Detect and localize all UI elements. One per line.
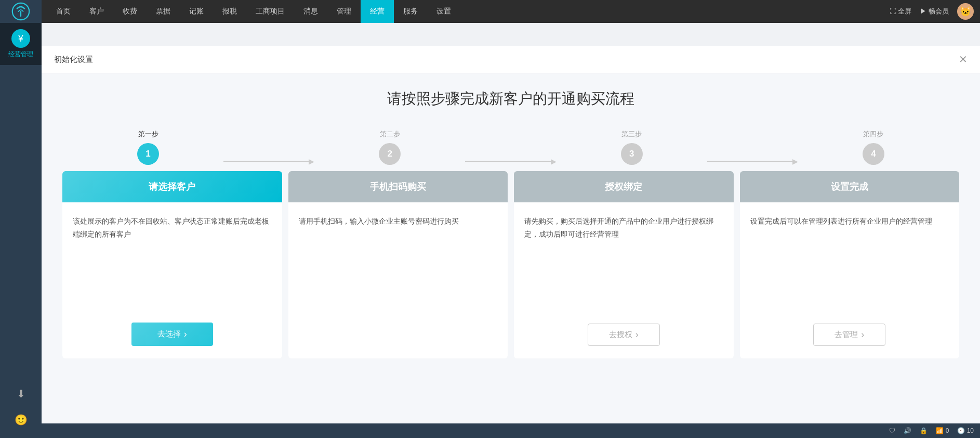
line-1-2 — [223, 161, 309, 162]
card-step-2: 手机扫码购买 请用手机扫码，输入小微企业主账号密码进行购买 — [288, 171, 508, 358]
nav-bizproject[interactable]: 工商项目 — [246, 0, 294, 23]
nav-service[interactable]: 服务 — [394, 0, 427, 23]
steps-indicator: 第一步 1 ▶ 第二步 2 ▶ — [62, 130, 959, 165]
step-3-bubble: 3 — [621, 143, 643, 165]
step-2-bubble: 2 — [379, 143, 401, 165]
step-4-bubble: 4 — [863, 143, 884, 165]
card-2-header: 手机扫码购买 — [288, 171, 508, 202]
card-2-footer — [288, 338, 508, 358]
fullscreen-btn[interactable]: ⛶ 全屏 — [890, 7, 912, 16]
nav-account[interactable]: 记账 — [180, 0, 213, 23]
nav-fee[interactable]: 收费 — [113, 0, 147, 23]
card-2-title: 手机扫码购买 — [370, 182, 426, 192]
step-3-col: 第三步 3 — [557, 130, 707, 165]
sidebar-item-jingying[interactable]: ¥ 经营管理 — [0, 23, 42, 65]
card-2-body: 请用手机扫码，输入小微企业主账号密码进行购买 — [288, 202, 508, 338]
card-1-footer: 去选择 › — [62, 314, 282, 358]
step-1-col: 第一步 1 — [73, 130, 223, 165]
statusbar-right: 🛡 🔊 🔒 📶 0 🕙 10 — [889, 427, 974, 434]
step-4-label: 第四步 — [863, 130, 883, 139]
card-1-body: 该处展示的客户为不在回收站、客户状态正常建账后完成老板端绑定的所有客户 — [62, 202, 282, 314]
page-header: 初始化设置 ✕ — [42, 46, 980, 73]
card-1-title: 请选择客户 — [149, 182, 195, 192]
card-step-3: 授权绑定 请先购买，购买后选择开通的产品中的企业用户进行授权绑定，成功后即可进行… — [514, 171, 734, 358]
step-1-bubble: 1 — [137, 143, 159, 165]
connector-2-3: ▶ — [465, 132, 556, 165]
card-3-header: 授权绑定 — [514, 171, 734, 202]
card-4-title: 设置完成 — [831, 182, 868, 192]
arrow-2-3: ▶ — [551, 158, 557, 165]
go-select-arrow: › — [184, 329, 187, 340]
main-content: 初始化设置 ✕ 请按照步骤完成新客户的开通购买流程 第一步 1 ▶ 第二步 2 — [42, 46, 980, 438]
go-manage-button[interactable]: 去管理 › — [813, 324, 885, 346]
close-button[interactable]: ✕ — [959, 54, 968, 65]
nav-home[interactable]: 首页 — [47, 0, 80, 23]
avatar[interactable]: 🐱 — [957, 3, 974, 20]
nav-message[interactable]: 消息 — [294, 0, 327, 23]
clock-status: 🕙 10 — [957, 427, 974, 434]
connector-3-4: ▶ — [707, 132, 798, 165]
line-2-3 — [465, 161, 550, 162]
nav-manage[interactable]: 管理 — [327, 0, 361, 23]
sidebar-download-btn[interactable]: ⬇ — [0, 381, 42, 407]
sidebar-support-btn[interactable]: 🙂 — [0, 407, 42, 433]
step-2-col: 第二步 2 — [314, 130, 465, 165]
card-4-footer: 去管理 › — [740, 315, 960, 358]
main-heading: 请按照步骤完成新客户的开通购买流程 — [62, 89, 959, 109]
card-3-title: 授权绑定 — [605, 182, 642, 192]
nav-tax[interactable]: 报税 — [213, 0, 246, 23]
page-title: 初始化设置 — [54, 55, 93, 65]
card-4-body: 设置完成后可以在管理列表进行所有企业用户的经营管理 — [740, 202, 960, 315]
top-nav: 首页 客户 收费 票据 记账 报税 工商项目 消息 管理 经营 服务 设置 ⛶ … — [0, 0, 980, 23]
content-area: 请按照步骤完成新客户的开通购买流程 第一步 1 ▶ 第二步 2 — [42, 73, 980, 374]
go-manage-arrow: › — [861, 329, 864, 340]
vip-btn[interactable]: ▶ 畅会员 — [920, 7, 949, 16]
line-3-4 — [707, 161, 792, 162]
step-3-label: 第三步 — [621, 130, 642, 139]
step-4-col: 第四步 4 — [798, 130, 949, 165]
statusbar: ▶ 完成 🛡 🔊 🔒 📶 0 🕙 10 — [0, 423, 980, 438]
go-authorize-arrow: › — [635, 329, 639, 340]
go-select-button[interactable]: 去选择 › — [131, 323, 213, 346]
nav-settings[interactable]: 设置 — [427, 0, 460, 23]
card-step-4: 设置完成 设置完成后可以在管理列表进行所有企业用户的经营管理 去管理 › — [740, 171, 960, 358]
arrow-3-4: ▶ — [792, 158, 798, 165]
nav-invoice[interactable]: 票据 — [147, 0, 180, 23]
step-2-label: 第二步 — [380, 130, 400, 139]
sidebar-item-label: 经营管理 — [8, 50, 33, 59]
connector-1-2: ▶ — [223, 132, 314, 165]
nav-customer[interactable]: 客户 — [80, 0, 113, 23]
shield-icon: 🛡 — [889, 427, 895, 434]
cards-container: 请选择客户 该处展示的客户为不在回收站、客户状态正常建账后完成老板端绑定的所有客… — [62, 171, 959, 358]
card-3-footer: 去授权 › — [514, 315, 734, 358]
sidebar: ¥ 经营管理 ⬇ 🙂 — [0, 0, 42, 438]
network-status: 📶 0 — [936, 427, 949, 434]
step-1-label: 第一步 — [138, 130, 158, 139]
card-step-1: 请选择客户 该处展示的客户为不在回收站、客户状态正常建账后完成老板端绑定的所有客… — [62, 171, 282, 358]
card-3-body: 请先购买，购买后选择开通的产品中的企业用户进行授权绑定，成功后即可进行经营管理 — [514, 202, 734, 315]
nav-right: ⛶ 全屏 ▶ 畅会员 🐱 — [890, 3, 980, 20]
card-1-header: 请选择客户 — [62, 171, 282, 202]
card-4-header: 设置完成 — [740, 171, 960, 202]
go-authorize-button[interactable]: 去授权 › — [588, 324, 660, 346]
volume-icon: 🔊 — [904, 427, 911, 434]
jingying-icon: ¥ — [11, 29, 30, 48]
nav-operate[interactable]: 经营 — [361, 0, 394, 23]
lock-icon: 🔒 — [920, 427, 928, 434]
sidebar-bottom: ⬇ 🙂 — [0, 381, 42, 438]
arrow-1-2: ▶ — [309, 158, 314, 165]
sidebar-logo — [0, 0, 42, 23]
